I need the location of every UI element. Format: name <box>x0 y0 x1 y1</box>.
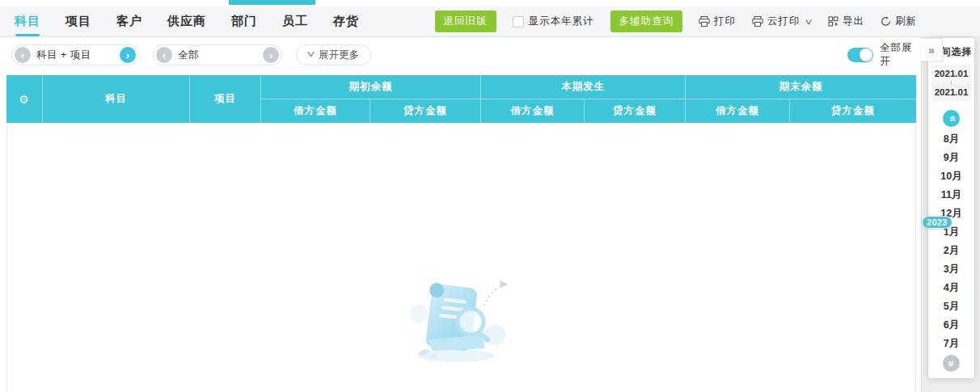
month-list: 8月 9月 10月 11月 12月 1月 2月 3月 4月 5月 6月 7月 <box>928 130 974 353</box>
chevron-right-icon[interactable]: › <box>120 47 136 63</box>
double-chevron-down-icon: » <box>945 360 957 367</box>
scroll-up-button[interactable]: » <box>943 110 960 127</box>
tab-employee[interactable]: 员工 <box>282 6 308 36</box>
show-ytd-checkbox-wrap[interactable]: 显示本年累计 <box>513 15 594 28</box>
chevron-left-icon[interactable]: ‹ <box>15 47 31 63</box>
tab-customer[interactable]: 客户 <box>116 6 142 36</box>
export-label: 导出 <box>843 15 864 28</box>
empty-illustration <box>406 275 516 365</box>
printer-icon <box>699 16 710 27</box>
cloud-printer-icon <box>752 16 763 27</box>
tab-department[interactable]: 部门 <box>231 6 257 36</box>
column-settings-button[interactable]: ⚙ <box>6 75 43 123</box>
cloud-print-label: 云打印 <box>767 15 800 28</box>
refresh-icon <box>881 16 891 27</box>
range-separator <box>951 81 952 85</box>
top-tab-indicator <box>229 0 315 5</box>
month-item[interactable]: 6月 <box>928 316 974 335</box>
month-item[interactable]: 11月 <box>928 186 974 204</box>
header-ending-balance: 期末余额 <box>686 75 916 99</box>
toolbar: 退回旧版 显示本年累计 多辅助查询 打印 云打印 ˅ <box>435 11 980 32</box>
month-item[interactable]: 7月 <box>928 335 974 353</box>
export-button[interactable]: 导出 <box>828 15 864 28</box>
filter-row: ‹ 科目 + 项目 › ‹ 全部 › ˅ 展开更多 全部展开 <box>0 37 921 73</box>
expand-all-toggle[interactable] <box>847 48 873 62</box>
print-button[interactable]: 打印 <box>699 15 736 28</box>
month-item[interactable]: 8月 <box>928 130 974 149</box>
period-range-selector[interactable]: 2021.01 2021.01 <box>931 65 971 102</box>
empty-state: 暂无数据 <box>404 275 517 392</box>
month-item[interactable]: 2月 <box>928 242 974 260</box>
expand-all-control: 全部展开 <box>847 37 921 73</box>
header-debit-amount: 借方金额 <box>481 99 585 123</box>
chevron-down-icon: ˅ <box>805 17 813 27</box>
top-strip <box>0 0 980 6</box>
dimension-selector[interactable]: ‹ 科目 + 项目 › <box>11 44 139 65</box>
navbar: 科目 项目 客户 供应商 部门 员工 存货 退回旧版 显示本年累计 多辅助查询 … <box>0 6 980 37</box>
month-item[interactable]: 3月 <box>928 260 974 279</box>
back-old-version-button[interactable]: 退回旧版 <box>435 11 496 32</box>
header-debit-amount: 借方金额 <box>261 99 370 123</box>
cloud-print-button[interactable]: 云打印 ˅ <box>752 15 812 28</box>
main-content: ⚙ 科目 项目 期初余额 本期发生 期末余额 借方金额 贷方金额 借方金额 贷方… <box>0 73 921 392</box>
refresh-button[interactable]: 刷新 <box>881 15 917 28</box>
collapse-panel-button[interactable]: » <box>921 38 943 61</box>
header-credit-amount: 贷方金额 <box>790 99 916 123</box>
scope-selector[interactable]: ‹ 全部 › <box>153 44 282 65</box>
tab-inventory[interactable]: 存货 <box>333 6 359 36</box>
month-item[interactable]: 5月 <box>928 297 974 316</box>
header-debit-amount: 借方金额 <box>686 99 790 123</box>
print-label: 打印 <box>714 15 736 28</box>
header-credit-amount: 贷方金额 <box>370 99 481 123</box>
multi-aux-query-button[interactable]: 多辅助查询 <box>610 11 683 32</box>
show-ytd-checkbox[interactable] <box>513 16 524 27</box>
header-project: 项目 <box>190 75 261 123</box>
scroll-down-button[interactable]: » <box>943 355 960 372</box>
header-opening-balance: 期初余额 <box>261 75 481 99</box>
tab-project[interactable]: 项目 <box>65 6 91 36</box>
toggle-knob <box>860 48 872 61</box>
gear-icon: ⚙ <box>19 93 30 106</box>
month-item[interactable]: 9月 <box>928 149 974 167</box>
year-badge: 2023 <box>922 216 953 229</box>
expand-more-label: 展开更多 <box>319 48 359 62</box>
chevron-down-icon: ˅ <box>306 49 315 61</box>
chevron-right-icon[interactable]: › <box>263 47 279 63</box>
tab-supplier[interactable]: 供应商 <box>167 6 206 36</box>
export-icon <box>828 16 838 27</box>
show-ytd-label: 显示本年累计 <box>529 15 594 28</box>
period-panel: 期间选择 2021.01 2021.01 » 8月 9月 10月 11月 12月… <box>928 38 974 378</box>
chevron-left-icon[interactable]: ‹ <box>156 47 172 63</box>
refresh-label: 刷新 <box>895 15 917 28</box>
expand-more-button[interactable]: ˅ 展开更多 <box>296 44 371 65</box>
tab-subject[interactable]: 科目 <box>15 6 40 36</box>
period-range-start: 2021.01 <box>935 68 969 79</box>
month-item[interactable]: 4月 <box>928 279 974 297</box>
app-page: 科目 项目 客户 供应商 部门 员工 存货 退回旧版 显示本年累计 多辅助查询 … <box>0 0 980 392</box>
expand-all-label: 全部展开 <box>880 41 921 69</box>
double-chevron-up-icon: » <box>945 116 957 122</box>
month-item[interactable]: 10月 <box>928 167 974 186</box>
header-subject: 科目 <box>43 75 190 123</box>
period-range-end: 2021.01 <box>935 86 969 98</box>
dimension-value: 科目 + 项目 <box>31 48 120 62</box>
header-current-period: 本期发生 <box>481 75 686 99</box>
scope-value: 全部 <box>172 48 263 62</box>
nav-tabs: 科目 项目 客户 供应商 部门 员工 存货 <box>0 6 359 36</box>
header-credit-amount: 贷方金额 <box>585 99 686 123</box>
table-header: ⚙ 科目 项目 期初余额 本期发生 期末余额 借方金额 贷方金额 借方金额 贷方… <box>6 75 916 123</box>
